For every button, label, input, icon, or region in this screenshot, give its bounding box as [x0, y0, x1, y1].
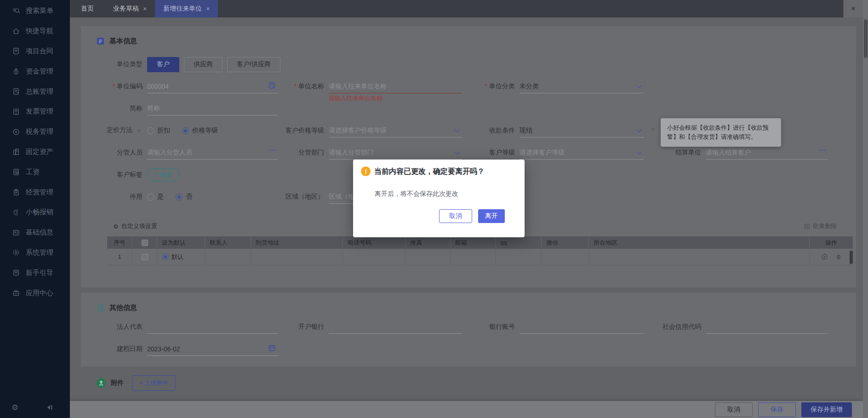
customer-level-select[interactable]: 请选择客户等级: [520, 146, 644, 160]
sidebar-item-project-contract[interactable]: 项目合同: [0, 41, 70, 62]
radio-discount[interactable]: [147, 127, 154, 134]
calendar-icon[interactable]: [268, 344, 276, 352]
default-contact-radio[interactable]: [162, 253, 169, 260]
table-header-cell: 设为默认: [157, 236, 205, 249]
sidebar-item-payroll[interactable]: 工资: [0, 162, 70, 182]
sidebar-item-tax[interactable]: 税务管理: [0, 122, 70, 142]
credit-code-label: 社会信用代码: [648, 323, 701, 331]
row-checkbox[interactable]: [142, 254, 148, 260]
search-menu-icon: [11, 6, 20, 15]
unit-name-field[interactable]: 请输入往来单位名称 请输入往来单位名称: [329, 80, 462, 93]
sidebar-item-basic-info[interactable]: 基础信息: [0, 223, 70, 243]
sidebar-item-invoice[interactable]: 发票管理: [0, 102, 70, 122]
unit-category-value: 未分类: [520, 82, 539, 91]
table-row-cell[interactable]: 默认: [157, 249, 205, 265]
sidebar-item-quick-nav[interactable]: 快捷导航: [0, 21, 70, 41]
payment-terms-select[interactable]: 现结 ?: [520, 124, 644, 137]
unit-type-both-button[interactable]: 客户/供应商: [227, 57, 280, 72]
radio-disabled-yes[interactable]: [147, 194, 154, 200]
customer-tag-label: 客户标签: [92, 171, 143, 179]
sidebar-item-beginner-guide[interactable]: 新手引导: [0, 263, 70, 283]
save-button[interactable]: 保存: [758, 402, 796, 417]
sidebar-item-app-center[interactable]: 应用中心: [0, 283, 70, 303]
table-header-cell: qq: [495, 236, 541, 249]
tab-new-partner[interactable]: 新增往来单位 ×: [155, 0, 218, 17]
customer-price-level-select[interactable]: 请选择客户价格等级: [329, 124, 462, 137]
table-header-cell: 操作: [809, 236, 853, 249]
code-rule-icon[interactable]: [268, 81, 276, 90]
radio-disabled-no[interactable]: [176, 194, 183, 200]
sidebar-item-label: 总账管理: [26, 87, 53, 96]
dialog-leave-button[interactable]: 离开: [478, 209, 505, 223]
bank-account-field[interactable]: [520, 320, 644, 334]
sidebar-item-operations[interactable]: 经营管理: [0, 182, 70, 202]
legal-rep-field[interactable]: [147, 320, 278, 334]
unit-category-select[interactable]: 未分类: [520, 80, 644, 93]
dialog-cancel-button[interactable]: 取消: [439, 209, 472, 223]
sidebar-item-xiaochang-expense[interactable]: 小畅报销: [0, 202, 70, 223]
table-scrollbar-thumb[interactable]: [850, 251, 853, 264]
cancel-button[interactable]: 取消: [715, 402, 753, 417]
table-row[interactable]: 1默认: [107, 249, 853, 265]
add-row-icon[interactable]: [821, 253, 828, 261]
table-row-cell[interactable]: [132, 249, 157, 265]
settle-unit-field[interactable]: 请输入结算客户: [706, 146, 828, 160]
batch-delete-icon: [804, 223, 811, 230]
unit-type-supplier-button[interactable]: 供应商: [184, 57, 223, 72]
abbr-label: 简称: [92, 104, 143, 113]
table-row-cell[interactable]: [809, 249, 853, 265]
other-info-card: 其他信息 法人代表 开户银行 银行账号 社会信用代码 建档日期 2023-06-…: [81, 293, 856, 366]
pricing-method-radios: 折扣 价格等级: [147, 126, 278, 135]
table-header-cell: 电话号码: [343, 236, 405, 249]
select-all-checkbox[interactable]: [142, 240, 148, 246]
sidebar-item-system[interactable]: 系统管理: [0, 243, 70, 263]
settings-gear-icon[interactable]: ⚙: [11, 403, 18, 412]
abbr-field[interactable]: 简称: [147, 102, 278, 115]
close-page-button[interactable]: ×: [843, 0, 863, 17]
pricing-method-label: 定价方法?: [92, 126, 143, 135]
tab-home[interactable]: 首页: [70, 0, 105, 17]
tab-label: 新增往来单位: [163, 5, 202, 13]
customer-price-level-label: 客户价格等级: [283, 126, 324, 135]
help-icon[interactable]: ?: [649, 126, 657, 134]
save-and-new-button[interactable]: 保存并新增: [801, 402, 852, 417]
table-row-cell: [541, 249, 588, 265]
bank-field[interactable]: [329, 320, 462, 334]
unit-type-customer-button[interactable]: 客户: [147, 57, 179, 72]
sidebar-item-fixed-assets[interactable]: 固定资产: [0, 142, 70, 162]
table-row-cell: [405, 249, 450, 265]
tab-close-icon[interactable]: ×: [143, 6, 147, 12]
help-icon[interactable]: ?: [135, 128, 143, 135]
radio-label: 是: [157, 193, 164, 201]
row-abbr: 简称 简称: [81, 97, 856, 120]
attachment-icon: [96, 378, 106, 388]
tab-bar: 首页 业务草稿 × 新增往来单位 × ×: [70, 0, 863, 17]
page-scrollbar-track[interactable]: [863, 0, 868, 418]
credit-code-field[interactable]: [706, 320, 828, 334]
table-header-cell: 邮箱: [450, 236, 495, 249]
sidebar-item-funds[interactable]: 资金管理: [0, 61, 70, 81]
sidebar-item-search-menu[interactable]: 搜索菜单: [0, 1, 70, 21]
radio-price-level[interactable]: [182, 127, 189, 134]
table-header-cell: 到货地址: [251, 236, 343, 249]
radio-label: 折扣: [157, 126, 170, 135]
app-root: 搜索菜单快捷导航项目合同资金管理总账管理发票管理税务管理固定资产工资经营管理小畅…: [0, 0, 868, 418]
custom-settings-button[interactable]: ⚙ 自定义项设置: [107, 219, 163, 233]
file-date-field[interactable]: 2023-06-02: [147, 342, 278, 356]
sidebar-item-general-ledger[interactable]: 总账管理: [0, 81, 70, 102]
collapse-sidebar-icon[interactable]: [46, 404, 53, 411]
unit-code-field[interactable]: 000004: [147, 80, 278, 93]
manage-dept-select[interactable]: 请输入分管部门: [329, 146, 462, 160]
tab-close-icon[interactable]: ×: [206, 6, 210, 12]
tab-label: 首页: [81, 5, 94, 13]
radio-label: 价格等级: [192, 126, 218, 135]
page-scrollbar-thumb[interactable]: [864, 19, 868, 58]
tab-business-draft[interactable]: 业务草稿 ×: [105, 0, 155, 17]
row-other-1: 法人代表 开户银行 银行账号 社会信用代码: [81, 316, 856, 338]
warning-icon: !: [361, 166, 371, 176]
delete-row-icon[interactable]: [835, 253, 842, 261]
manager-field[interactable]: 请输入分管人员: [147, 146, 278, 160]
batch-delete-button[interactable]: 批量删除: [804, 222, 837, 230]
upload-attachment-button[interactable]: + 上传附件: [132, 375, 176, 391]
add-tag-button[interactable]: + 标签: [147, 168, 180, 181]
